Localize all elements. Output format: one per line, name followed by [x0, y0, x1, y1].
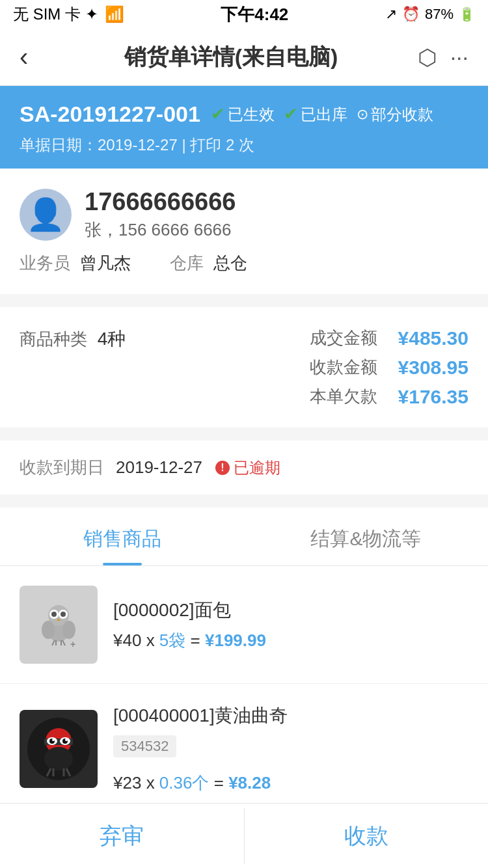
customer-phone: 17666666666 [85, 188, 236, 216]
customer-section: 👤 17666666666 张，156 6666 6666 业务员 曾凡杰 仓库… [0, 169, 488, 294]
clock-icon: ⊙ [357, 106, 368, 123]
tab-sales-products[interactable]: 销售商品 [0, 508, 244, 565]
svg-point-6 [61, 612, 66, 617]
product-types-value: 4种 [98, 329, 126, 349]
tab-settlement-label: 结算&物流等 [310, 528, 421, 549]
product-info-1: [0000002]面包 ¥40 x 5袋 = ¥199.99 [113, 598, 468, 652]
transaction-label: 成交金额 [310, 327, 377, 349]
reject-button[interactable]: 弃审 [0, 808, 245, 864]
order-date: 单据日期：2019-12-27 | 打印 2 次 [20, 135, 468, 156]
back-button[interactable]: ‹ [20, 42, 59, 72]
price-base-1: ¥40 [113, 631, 141, 650]
order-id: SA-20191227-001 [20, 102, 200, 127]
bottom-bar: 弃审 收款 [0, 803, 488, 868]
svg-text:+: + [70, 639, 75, 649]
svg-point-23 [52, 739, 55, 741]
tabs-section: 销售商品 结算&物流等 [0, 508, 488, 566]
owed-value: ¥176.35 [390, 386, 468, 408]
price-total-1: ¥199.99 [205, 631, 266, 650]
svg-point-24 [65, 739, 68, 741]
alarm-icon: ⏰ [402, 6, 420, 23]
order-banner: SA-20191227-001 ✔ 已生效 ✔ 已出库 ⊙ 部分收款 单据日期：… [0, 86, 488, 169]
received-label: 收款金额 [310, 356, 377, 379]
product-price-2: ¥23 x 0.36个 = ¥8.28 [113, 772, 468, 794]
svg-point-9 [62, 621, 75, 639]
products-section: + [0000002]面包 ¥40 x 5袋 = ¥199.99 [0, 566, 488, 815]
nav-bar: ‹ 销货单详情(来自电脑) ⬡ ··· [0, 29, 488, 86]
svg-point-8 [42, 621, 55, 639]
product-types-label: 商品种类 [20, 329, 87, 349]
avatar-icon: 👤 [26, 197, 65, 233]
owed-row: 本单欠款 ¥176.35 [310, 385, 468, 408]
overdue-badge: ! 已逾期 [215, 457, 280, 478]
price-total-2: ¥8.28 [228, 773, 271, 793]
warehouse-label: 仓库 [170, 253, 204, 273]
sim-label: 无 SIM 卡 ✦ [13, 4, 98, 25]
status-right: ↗ ⏰ 87% 🔋 [385, 6, 475, 23]
status-badge-effective: ✔ 已生效 [211, 104, 275, 125]
product-thumb-2 [20, 710, 98, 788]
check-icon-1: ✔ [211, 104, 225, 124]
tab-sales-label: 销售商品 [83, 528, 161, 549]
status-badges: ✔ 已生效 ✔ 已出库 ⊙ 部分收款 [211, 104, 433, 125]
price-qty-1: 5袋 [159, 631, 185, 650]
time-display: 下午4:42 [221, 3, 288, 26]
svg-point-17 [44, 747, 73, 770]
salesperson-info: 业务员 曾凡杰 [20, 252, 131, 275]
battery-level: 87% [425, 6, 454, 23]
nav-actions: ⬡ ··· [403, 44, 468, 70]
owed-label: 本单欠款 [310, 385, 377, 408]
bread-image-svg: + [33, 599, 85, 651]
product-name-1: [0000002]面包 [113, 598, 468, 623]
customer-name: 张，156 6666 6666 [85, 219, 236, 241]
received-value: ¥308.95 [390, 357, 468, 379]
due-date-section: 收款到期日 2019-12-27 ! 已逾期 [0, 441, 488, 495]
amounts-right: 成交金额 ¥485.30 收款金额 ¥308.95 本单欠款 ¥176.35 [310, 327, 468, 408]
wifi-icon: 📶 [105, 5, 124, 23]
status-badge-partial: ⊙ 部分收款 [357, 104, 433, 125]
status-bar: 无 SIM 卡 ✦ 📶 下午4:42 ↗ ⏰ 87% 🔋 [0, 0, 488, 29]
warehouse-value: 总仓 [213, 253, 247, 273]
battery-icon: 🔋 [459, 7, 475, 22]
product-thumb-1: + [20, 586, 98, 664]
due-date-value: 2019-12-27 [116, 457, 202, 478]
cookie-image-svg [26, 716, 91, 781]
location-icon: ↗ [385, 6, 397, 23]
product-item-1: + [0000002]面包 ¥40 x 5袋 = ¥199.99 [0, 566, 488, 684]
page-title: 销货单详情(来自电脑) [59, 42, 403, 72]
more-icon[interactable]: ··· [450, 44, 468, 70]
product-sku-2: 534532 [113, 735, 176, 757]
transaction-row: 成交金额 ¥485.30 [310, 327, 468, 349]
status-badge-shipped: ✔ 已出库 [284, 104, 347, 125]
transaction-value: ¥485.30 [390, 327, 468, 349]
price-qty-2: 0.36个 [159, 773, 210, 793]
salesperson-label: 业务员 [20, 253, 70, 273]
salesperson-value: 曾凡杰 [80, 253, 131, 273]
warehouse-info: 仓库 总仓 [170, 252, 247, 275]
collect-payment-button[interactable]: 收款 [245, 808, 489, 864]
received-row: 收款金额 ¥308.95 [310, 356, 468, 379]
status-partial-label: 部分收款 [371, 104, 433, 125]
product-price-1: ¥40 x 5袋 = ¥199.99 [113, 629, 468, 652]
status-shipped-label: 已出库 [301, 104, 347, 125]
tab-settlement[interactable]: 结算&物流等 [244, 508, 488, 565]
due-date-label: 收款到期日 [20, 456, 104, 479]
price-base-2: ¥23 [113, 773, 141, 793]
product-item-2: [000400001]黄油曲奇 534532 ¥23 x 0.36个 = ¥8.… [0, 684, 488, 815]
status-left: 无 SIM 卡 ✦ 📶 [13, 4, 124, 25]
overdue-dot-icon: ! [215, 461, 230, 475]
amounts-section: 商品种类 4种 成交金额 ¥485.30 收款金额 ¥308.95 本单欠款 ¥… [0, 307, 488, 427]
avatar: 👤 [20, 189, 72, 241]
status-effective-label: 已生效 [228, 104, 275, 125]
share-icon[interactable]: ⬡ [418, 44, 437, 70]
svg-point-5 [51, 612, 57, 617]
overdue-label: 已逾期 [234, 457, 280, 478]
product-types: 商品种类 4种 [20, 327, 310, 351]
product-name-2: [000400001]黄油曲奇 [113, 703, 468, 728]
product-info-2: [000400001]黄油曲奇 534532 ¥23 x 0.36个 = ¥8.… [113, 703, 468, 794]
check-icon-2: ✔ [284, 104, 298, 124]
